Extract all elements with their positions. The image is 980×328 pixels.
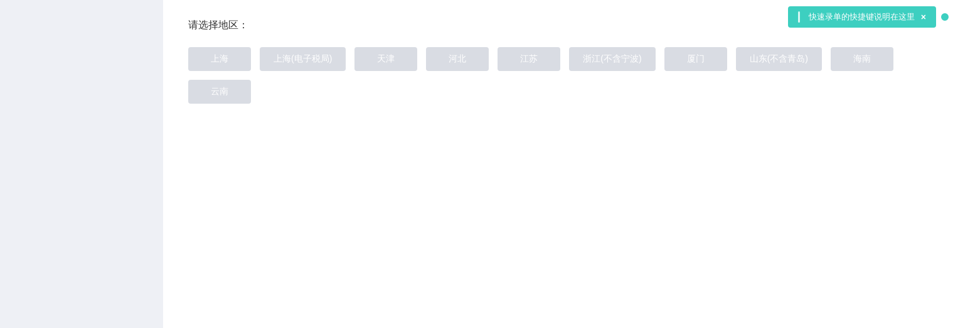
tooltip-dot (941, 13, 949, 21)
region-btn-hebei[interactable]: 河北 (426, 47, 489, 71)
region-btn-yunnan[interactable]: 云南 (188, 80, 251, 104)
region-btn-shanghai-etax[interactable]: 上海(电子税局) (260, 47, 346, 71)
left-sidebar (0, 0, 163, 328)
region-btn-zhejiang[interactable]: 浙江(不含宁波) (569, 47, 655, 71)
region-btn-shanghai[interactable]: 上海 (188, 47, 251, 71)
region-buttons-container: 上海上海(电子税局)天津河北江苏浙江(不含宁波)厦门山东(不含青岛)海南云南 (188, 47, 955, 104)
tooltip-container: 快速录单的快捷键说明在这里 × (788, 6, 949, 28)
region-btn-shandong[interactable]: 山东(不含青岛) (736, 47, 822, 71)
tooltip-text: 快速录单的快捷键说明在这里 (809, 11, 915, 23)
region-btn-jiangsu[interactable]: 江苏 (498, 47, 560, 71)
tooltip-bubble: 快速录单的快捷键说明在这里 × (788, 6, 936, 28)
region-btn-xiamen[interactable]: 厦门 (664, 47, 727, 71)
region-btn-hainan[interactable]: 海南 (831, 47, 893, 71)
tooltip-close-button[interactable]: × (921, 13, 926, 21)
region-btn-tianjin[interactable]: 天津 (354, 47, 417, 71)
main-content: 请选择地区： 上海上海(电子税局)天津河北江苏浙江(不含宁波)厦门山东(不含青岛… (163, 0, 980, 328)
